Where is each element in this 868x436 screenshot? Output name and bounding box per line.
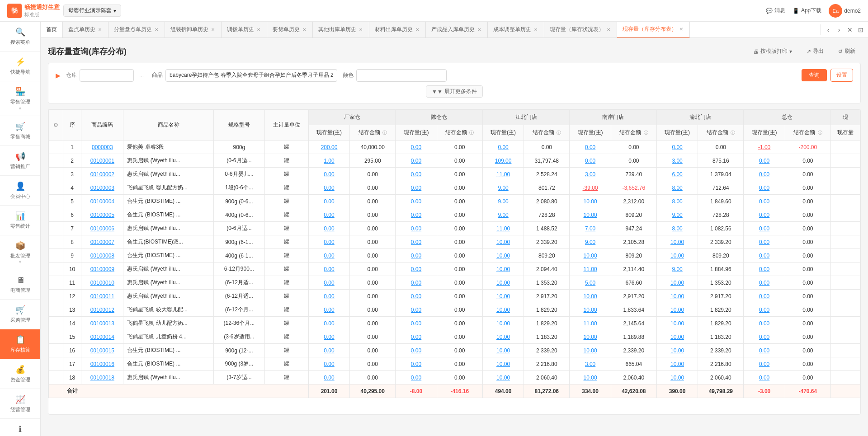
cell-code[interactable]: 00100008 [81,249,123,263]
gear-icon[interactable]: ⚙ [53,122,58,128]
cell-yubei-inv[interactable]: 8.00 [656,195,698,208]
cell-total-inv[interactable]: 0.00 [744,371,785,384]
cell-jiangbei-inv[interactable]: 10.00 [482,249,524,263]
cell-jiangbei-inv[interactable]: 0.00 [482,141,524,154]
cell-yubei-inv[interactable]: 9.00 [656,263,698,276]
tab-home[interactable]: 首页 [41,22,63,38]
cell-chencang-inv[interactable]: 0.00 [396,222,437,235]
cell-factory-inv[interactable]: 0.00 [308,371,349,384]
sidebar-item-member[interactable]: 👤 会员中心 [0,176,40,206]
info-icon-5[interactable]: ⓘ [731,130,735,135]
cell-jiangbei-inv[interactable]: 10.00 [482,235,524,249]
cell-total-inv[interactable]: 0.00 [744,154,785,168]
cell-chencang-inv[interactable]: 0.00 [396,303,437,317]
cell-code[interactable]: 00100011 [81,290,123,303]
cell-yubei-inv[interactable]: 10.00 [656,357,698,371]
company-selector[interactable]: 母婴行业演示陈套 ▾ [63,5,121,17]
expand-conditions-btn[interactable]: ▼▼ 展开更多条件 [426,85,483,98]
tab-assembleorder[interactable]: 组装拆卸单历史 ✕ [165,22,222,38]
info-icon-4[interactable]: ⓘ [644,130,648,135]
cell-total-inv[interactable]: 0.00 [744,222,785,235]
tab-inventory-status[interactable]: 现存量（库存状况表） ✕ [544,22,617,38]
cell-chencang-inv[interactable]: 0.00 [396,276,437,290]
cell-nanan-inv[interactable]: 3.00 [570,168,611,181]
sidebar-item-search[interactable]: 🔍 搜索英单 [0,22,40,52]
print-btn[interactable]: 🖨 按模版打印 ▾ [748,45,797,57]
tab-close-all-btn[interactable]: ✕ [844,24,855,35]
cell-chencang-inv[interactable]: 0.00 [396,330,437,344]
tab-close-prodin[interactable]: ✕ [476,26,482,33]
cell-jiangbei-inv[interactable]: 10.00 [482,317,524,330]
tab-close-matout[interactable]: ✕ [415,26,420,33]
tab-matout[interactable]: 材料出库单历史 ✕ [369,22,426,38]
cell-yubei-inv[interactable]: 10.00 [656,317,698,330]
tab-close-costadjust[interactable]: ✕ [533,26,538,33]
cell-factory-inv[interactable]: 0.00 [308,344,349,357]
tab-close-assembleorder[interactable]: ✕ [210,26,216,33]
cell-nanan-inv[interactable]: 10.00 [570,344,611,357]
cell-chencang-inv[interactable]: 0.00 [396,208,437,222]
cell-code[interactable]: 00100016 [81,357,123,371]
settings-btn[interactable]: 设置 [830,69,853,82]
info-icon-2[interactable]: ⓘ [469,130,474,135]
info-icon-1[interactable]: ⓘ [382,130,387,135]
export-btn[interactable]: ↗ 导出 [801,45,829,57]
cell-nanan-inv[interactable]: 0.00 [570,154,611,168]
cell-total-inv[interactable]: 0.00 [744,208,785,222]
cell-factory-inv[interactable]: 0.00 [308,263,349,276]
tab-otherout[interactable]: 其他出库单历史 ✕ [313,22,369,38]
cell-jiangbei-inv[interactable]: 10.00 [482,263,524,276]
info-icon-3[interactable]: ⓘ [557,130,561,135]
cell-factory-inv[interactable]: 0.00 [308,195,349,208]
cell-code[interactable]: 00100009 [81,263,123,276]
cell-code[interactable]: 00100012 [81,303,123,317]
refresh-btn[interactable]: ↺ 刷新 [833,45,861,57]
cell-yubei-inv[interactable]: 6.00 [656,168,698,181]
cell-factory-inv[interactable]: 0.00 [308,330,349,344]
tab-close-transferorder[interactable]: ✕ [256,26,261,33]
cell-factory-inv[interactable]: 1.00 [308,154,349,168]
cell-factory-inv[interactable]: 0.00 [308,276,349,290]
tab-prodin[interactable]: 产成品入库单历史 ✕ [426,22,488,38]
cell-jiangbei-inv[interactable]: 9.00 [482,195,524,208]
cell-jiangbei-inv[interactable]: 10.00 [482,344,524,357]
app-download-btn[interactable]: 📱 App下载 [793,7,821,14]
cell-total-inv[interactable]: 0.00 [744,290,785,303]
cell-jiangbei-inv[interactable]: 11.00 [482,222,524,235]
cell-chencang-inv[interactable]: 0.00 [396,195,437,208]
cell-yubei-inv[interactable]: 10.00 [656,276,698,290]
sidebar-item-inventory[interactable]: 📋 库存核算 [0,329,40,359]
cell-total-inv[interactable]: 0.00 [744,330,785,344]
cell-chencang-inv[interactable]: 0.00 [396,168,437,181]
tab-close-stockorder[interactable]: ✕ [97,26,103,33]
cell-code[interactable]: 00100003 [81,181,123,195]
cell-chencang-inv[interactable]: 0.00 [396,181,437,195]
cell-nanan-inv[interactable]: 10.00 [570,371,611,384]
cell-chencang-inv[interactable]: 0.00 [396,357,437,371]
warehouse-ellipsis-btn[interactable]: ... [137,72,146,79]
sidebar-item-retailshop[interactable]: 🛒 零售商城 [0,116,40,146]
cell-chencang-inv[interactable]: 0.00 [396,371,437,384]
cell-total-inv[interactable]: 0.00 [744,317,785,330]
cell-factory-inv[interactable]: 0.00 [308,290,349,303]
cell-nanan-inv[interactable]: 3.00 [570,357,611,371]
cell-jiangbei-inv[interactable]: 9.00 [482,181,524,195]
cell-nanan-inv[interactable]: 10.00 [570,303,611,317]
cell-yubei-inv[interactable]: 8.00 [656,181,698,195]
cell-nanan-inv[interactable]: 9.00 [570,235,611,249]
cell-yubei-inv[interactable]: 3.00 [656,154,698,168]
cell-code[interactable]: 00100010 [81,276,123,290]
cell-factory-inv[interactable]: 0.00 [308,208,349,222]
filter-expand-arrow[interactable]: ▶ [56,72,61,79]
cell-chencang-inv[interactable]: 0.00 [396,290,437,303]
query-btn[interactable]: 查询 [802,69,827,81]
sidebar-item-basic[interactable]: ℹ 基础信息 [0,419,40,436]
cell-factory-inv[interactable]: 0.00 [308,249,349,263]
cell-jiangbei-inv[interactable]: 11.00 [482,168,524,181]
cell-yubei-inv[interactable]: 10.00 [656,330,698,344]
cell-code[interactable]: 00100002 [81,168,123,181]
cell-total-inv[interactable]: 0.00 [744,344,785,357]
cell-factory-inv[interactable]: 0.00 [308,357,349,371]
cell-total-inv[interactable]: -1.00 [744,141,785,154]
cell-factory-inv[interactable]: 0.00 [308,317,349,330]
